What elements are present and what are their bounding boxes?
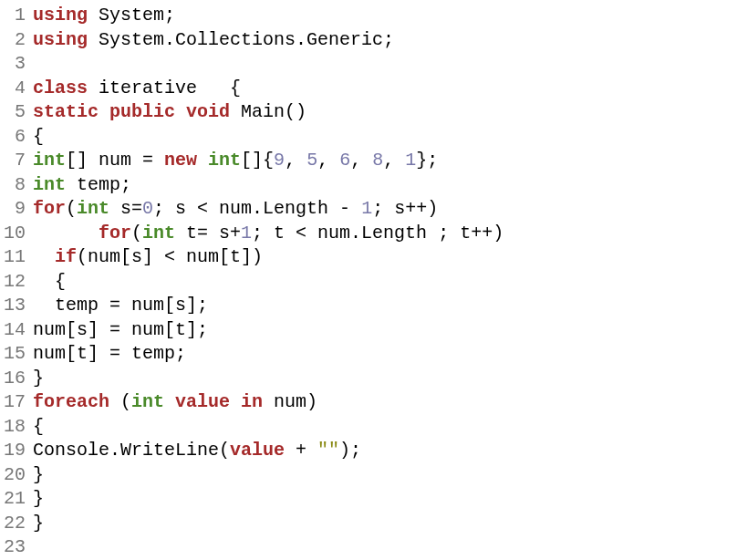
code-line: 2using System.Collections.Generic; — [0, 28, 737, 53]
code-editor[interactable]: 1using System;2using System.Collections.… — [0, 4, 737, 560]
code-line: 11 if(num[s] < num[t]) — [0, 245, 737, 270]
code-text: for(int s=0; s < num.Length - 1; s++) — [33, 197, 438, 222]
line-number: 16 — [0, 367, 33, 391]
code-line: 10 for(int t= s+1; t < num.Length ; t++) — [0, 222, 737, 246]
line-number: 22 — [0, 512, 33, 536]
code-line: 12 { — [0, 270, 737, 295]
line-number: 18 — [0, 415, 33, 440]
line-number: 8 — [0, 173, 33, 198]
code-text: num[t] = temp; — [33, 342, 186, 367]
code-text: { — [33, 415, 44, 440]
line-number: 14 — [0, 318, 33, 343]
line-number: 4 — [0, 77, 33, 101]
code-line: 3 — [0, 52, 737, 77]
code-text: } — [33, 367, 44, 391]
code-text: int temp; — [33, 173, 131, 198]
code-line: 17foreach (int value in num) — [0, 390, 737, 415]
code-text: foreach (int value in num) — [33, 390, 317, 415]
code-line: 19Console.WriteLine(value + ""); — [0, 439, 737, 463]
code-line: 9for(int s=0; s < num.Length - 1; s++) — [0, 197, 737, 222]
code-text: int[] num = new int[]{9, 5, 6, 8, 1}; — [33, 149, 438, 173]
line-number: 6 — [0, 125, 33, 150]
code-line: 7int[] num = new int[]{9, 5, 6, 8, 1}; — [0, 149, 737, 173]
code-text: { — [33, 125, 44, 150]
line-number: 17 — [0, 390, 33, 415]
code-line: 15num[t] = temp; — [0, 342, 737, 367]
line-number: 12 — [0, 270, 33, 295]
line-number: 23 — [0, 535, 33, 560]
code-text: using System; — [33, 4, 175, 28]
code-line: 13 temp = num[s]; — [0, 294, 737, 318]
line-number: 15 — [0, 342, 33, 367]
code-line: 4class iterative { — [0, 77, 737, 101]
line-number: 13 — [0, 294, 33, 318]
code-line: 23 — [0, 535, 737, 560]
code-text: temp = num[s]; — [33, 294, 208, 318]
code-line: 1using System; — [0, 4, 737, 28]
code-line: 6{ — [0, 125, 737, 150]
code-line: 5static public void Main() — [0, 100, 737, 125]
line-number: 19 — [0, 439, 33, 463]
code-line: 18{ — [0, 415, 737, 440]
code-text: static public void Main() — [33, 100, 306, 125]
code-text: using System.Collections.Generic; — [33, 28, 394, 53]
line-number: 1 — [0, 4, 33, 28]
line-number: 7 — [0, 149, 33, 173]
code-text: } — [33, 512, 44, 536]
line-number: 9 — [0, 197, 33, 222]
code-text: class iterative { — [33, 77, 241, 101]
line-number: 2 — [0, 28, 33, 53]
code-line: 16} — [0, 367, 737, 391]
line-number: 21 — [0, 487, 33, 512]
line-number: 10 — [0, 222, 33, 246]
code-text: } — [33, 487, 44, 512]
code-text: } — [33, 463, 44, 488]
code-line: 22} — [0, 512, 737, 536]
code-line: 21} — [0, 487, 737, 512]
line-number: 5 — [0, 100, 33, 125]
code-text: Console.WriteLine(value + ""); — [33, 439, 361, 463]
line-number: 11 — [0, 245, 33, 270]
code-line: 14num[s] = num[t]; — [0, 318, 737, 343]
line-number: 3 — [0, 52, 33, 77]
line-number: 20 — [0, 463, 33, 488]
code-text: if(num[s] < num[t]) — [33, 245, 263, 270]
code-text: num[s] = num[t]; — [33, 318, 208, 343]
code-line: 8int temp; — [0, 173, 737, 198]
code-line: 20} — [0, 463, 737, 488]
code-text: for(int t= s+1; t < num.Length ; t++) — [33, 222, 503, 246]
code-text: { — [33, 270, 66, 295]
